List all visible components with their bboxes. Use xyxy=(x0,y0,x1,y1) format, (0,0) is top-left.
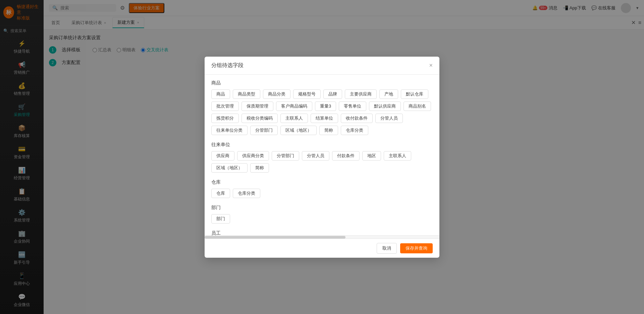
chip-goods[interactable]: 商品 xyxy=(211,89,230,99)
department-chips: 部门 xyxy=(211,214,433,224)
chip-expiry-mgmt[interactable]: 保质期管理 xyxy=(241,102,273,111)
warehouse-chips: 仓库 仓库分类 xyxy=(211,189,433,198)
section-goods: 商品 商品 商品类型 商品分类 规格型号 品牌 主要供应商 产地 默认仓库 批次… xyxy=(211,80,433,135)
section-staff-title: 员工 xyxy=(211,230,433,235)
section-goods-title: 商品 xyxy=(211,80,433,86)
chip-manage-staff[interactable]: 分管人员 xyxy=(375,114,403,123)
chip-weight3[interactable]: 重量3 xyxy=(315,102,336,111)
chip-spec-type[interactable]: 规格型号 xyxy=(293,89,321,99)
chip-default-supplier[interactable]: 默认供应商 xyxy=(369,102,401,111)
dialog-title: 分组待选字段 xyxy=(211,62,244,69)
chip-partner-staff[interactable]: 分管人员 xyxy=(302,151,329,161)
chip-brand[interactable]: 品牌 xyxy=(323,89,342,99)
chip-retail-unit[interactable]: 零售单位 xyxy=(339,102,366,111)
chip-main-contact2[interactable]: 主联系人 xyxy=(384,151,411,161)
chip-manage-dept[interactable]: 分管部门 xyxy=(250,126,278,135)
chip-origin[interactable]: 产地 xyxy=(379,89,398,99)
dialog-footer: 取消 保存并查询 xyxy=(205,239,439,258)
chip-goods-category[interactable]: 商品分类 xyxy=(263,89,290,99)
chip-short-name2[interactable]: 简称 xyxy=(250,163,269,173)
chip-supplier-category[interactable]: 供应商分类 xyxy=(237,151,269,161)
chip-goods-alias[interactable]: 商品别名 xyxy=(404,102,431,111)
dialog-header: 分组待选字段 × xyxy=(205,57,439,75)
chip-settlement-unit[interactable]: 结算单位 xyxy=(311,114,338,123)
section-warehouse-title: 仓库 xyxy=(211,179,433,185)
chip-payment-terms[interactable]: 收付款条件 xyxy=(341,114,373,123)
chip-customer-code[interactable]: 客户商品编码 xyxy=(276,102,312,111)
chip-goods-type[interactable]: 商品类型 xyxy=(233,89,260,99)
chip-department[interactable]: 部门 xyxy=(211,214,230,224)
chip-tax-code[interactable]: 税收分类编码 xyxy=(241,114,278,123)
section-partner-title: 往来单位 xyxy=(211,142,433,148)
chip-warehouse-category[interactable]: 仓库分类 xyxy=(341,126,368,135)
chip-batch-mgmt[interactable]: 批次管理 xyxy=(211,102,239,111)
chip-default-warehouse[interactable]: 默认仓库 xyxy=(401,89,428,99)
field-select-dialog: 分组待选字段 × 商品 商品 商品类型 商品分类 规格型号 品牌 主要供应商 产… xyxy=(205,57,439,258)
chip-from-unit-category[interactable]: 往来单位分类 xyxy=(211,126,248,135)
dialog-close-button[interactable]: × xyxy=(429,62,433,69)
confirm-button[interactable]: 保存并查询 xyxy=(400,243,433,253)
chip-supplier[interactable]: 供应商 xyxy=(211,151,234,161)
section-warehouse: 仓库 仓库 仓库分类 xyxy=(211,179,433,198)
chip-warehouse-cat[interactable]: 仓库分类 xyxy=(233,189,260,198)
partner-chips: 供应商 供应商分类 分管部门 分管人员 付款条件 地区 主联系人 区域（地区） … xyxy=(211,151,433,173)
chip-region[interactable]: 区域（地区） xyxy=(280,126,317,135)
dialog-body: 商品 商品 商品类型 商品分类 规格型号 品牌 主要供应商 产地 默认仓库 批次… xyxy=(205,75,439,235)
goods-chips: 商品 商品类型 商品分类 规格型号 品牌 主要供应商 产地 默认仓库 批次管理 … xyxy=(211,89,433,135)
cancel-button[interactable]: 取消 xyxy=(377,243,397,254)
section-staff: 员工 业务员 xyxy=(211,230,433,235)
chip-region-area[interactable]: 区域（地区） xyxy=(211,163,248,173)
chip-main-supplier[interactable]: 主要供应商 xyxy=(345,89,377,99)
section-partner: 往来单位 供应商 供应商分类 分管部门 分管人员 付款条件 地区 主联系人 区域… xyxy=(211,142,433,173)
chip-pick-score[interactable]: 拣货积分 xyxy=(211,114,239,123)
chip-warehouse[interactable]: 仓库 xyxy=(211,189,230,198)
chip-partner-dept[interactable]: 分管部门 xyxy=(272,151,299,161)
chip-main-contact[interactable]: 主联系人 xyxy=(280,114,308,123)
chip-short-name[interactable]: 简称 xyxy=(319,126,338,135)
dialog-horizontal-scrollbar[interactable] xyxy=(205,235,439,239)
dialog-hscroll-thumb[interactable] xyxy=(205,236,345,239)
chip-region2[interactable]: 地区 xyxy=(362,151,381,161)
chip-pay-terms[interactable]: 付款条件 xyxy=(332,151,360,161)
section-department-title: 部门 xyxy=(211,205,433,211)
section-department: 部门 部门 xyxy=(211,205,433,224)
